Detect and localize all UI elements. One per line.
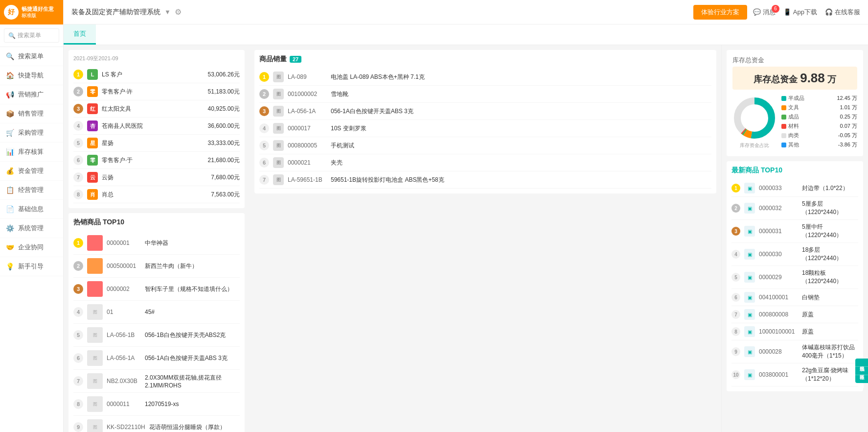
sidebar-item-sales[interactable]: 📦销售管理 — [0, 104, 63, 123]
product-thumbnail: 图 — [87, 373, 103, 389]
sidebar-item-basic[interactable]: 📄基础信息 — [0, 200, 63, 219]
rank-number: 2 — [259, 89, 269, 99]
product-code: 0000011 — [107, 401, 141, 408]
online-service-button[interactable]: 🎧 在线客服 — [825, 8, 860, 17]
finance-icon: 💰 — [6, 167, 14, 175]
new-product-code: 0000029 — [759, 274, 798, 281]
legend-item: 成品 0.25 万 — [781, 113, 857, 120]
dropdown-icon[interactable]: ▼ — [164, 8, 171, 16]
legend-value: 0.25 万 — [840, 113, 857, 120]
new-product-name: 18颗粒板（1220*2440） — [802, 269, 858, 286]
product-rank-list: 1 图 LA-089 电池盖 LA-089 ABS本色+黑种 7.1克 2 图 … — [259, 69, 711, 189]
product-code: KK-SD22110H — [107, 424, 145, 431]
right-panel: 库存总资金 库存总资金 9.88 万 — [721, 45, 868, 432]
system-icon: ⚙️ — [6, 224, 14, 232]
product-code: 0000002 — [107, 286, 141, 292]
new-product-name: 原盖 — [802, 328, 858, 336]
search-menu-button[interactable]: 🔍 搜索菜单 — [4, 28, 59, 43]
headset-icon: 🎧 — [825, 8, 833, 16]
rank-number: 6 — [731, 293, 740, 302]
customer-rank-item: 7 云 云扬 7,680.00元 — [73, 169, 240, 186]
rank-number: 4 — [259, 123, 269, 133]
live-broadcast-button[interactable]: 直播 — [855, 375, 868, 383]
sidebar-item-enterprise[interactable]: 🤝企业协同 — [0, 238, 63, 257]
legend-item: 半成品 12.45 万 — [781, 95, 857, 102]
nav-label: 库存核算 — [18, 147, 44, 156]
sidebar-item-guide[interactable]: 💡新手引导 — [0, 257, 63, 276]
inventory-amount: 库存总资金 9.88 万 — [754, 74, 836, 84]
customer-rank-list: 1 L LS 客户 53,006.26元 2 零 零售客户·许 51,183.0… — [73, 66, 240, 203]
floating-buttons: 客服热线 服务社区 直播 — [855, 359, 868, 383]
product-icon: 图 — [273, 157, 284, 168]
legend-color — [781, 96, 786, 101]
legend-color — [781, 124, 786, 129]
rank-number: 7 — [259, 175, 269, 185]
hot-product-item: 5 图 LA-056-1B 056-1B白色按键开关壳ABS2克 — [73, 324, 240, 347]
rank-number: 5 — [731, 273, 740, 282]
rank-number: 2 — [73, 87, 83, 96]
product-icon: 图 — [273, 174, 284, 185]
sidebar-item-purchase[interactable]: 🛒采购管理 — [0, 123, 63, 143]
settings-icon[interactable]: ⚙ — [175, 7, 182, 17]
new-product-item: 2 ▣ 0000032 5厘多层（1220*2440） — [731, 197, 858, 220]
hot-product-item: 9 图 KK-SD22110H 花语萌恒温分腿睡袋（厚款） — [73, 416, 240, 432]
purchase-icon: 🛒 — [6, 129, 14, 137]
inventory-card: 库存总资金 库存总资金 9.88 万 — [727, 50, 863, 156]
new-product-name: 5厘中纤（1220*2440） — [802, 223, 858, 240]
product-name: 12070519-xs — [145, 401, 240, 408]
inventory-chart-container: 库存资金占比 半成品 12.45 万 文具 1.01 万 成品 0.25 万 材… — [732, 95, 857, 150]
new-products-title: 最新商品 TOP10 — [731, 166, 858, 175]
rank-number: 1 — [73, 70, 83, 79]
customer-rank-item: 8 肖 肖总 7,563.00元 — [73, 186, 240, 203]
customer-avatar: 云 — [87, 172, 98, 183]
logo-text: 畅捷通好生意 标准版 — [22, 6, 54, 18]
operations-icon: 📋 — [6, 186, 14, 194]
message-icon: 💬 — [753, 8, 761, 16]
basic-icon: 📄 — [6, 205, 14, 213]
sidebar-item-search[interactable]: 🔍搜索菜单 — [0, 47, 63, 66]
legend-label: 半成品 — [788, 95, 835, 102]
product-rank-item: 3 图 LA-056-1A 056-1A白色按键开关盖ABS 3克 — [259, 103, 711, 120]
product-icon: 图 — [273, 106, 284, 117]
app-download-button[interactable]: 📱 App下载 — [783, 8, 817, 17]
sidebar-item-marketing[interactable]: 📢营销推广 — [0, 85, 63, 104]
customer-service-button[interactable]: 客服热线 — [855, 359, 868, 367]
sidebar-item-quicknav[interactable]: 🏠快捷导航 — [0, 66, 63, 85]
hot-product-item: 2 000500001 新西兰牛肉（新牛） — [73, 255, 240, 278]
new-product-code: 0000032 — [759, 205, 798, 212]
rank-number: 9 — [731, 347, 740, 356]
customer-avatar: 肖 — [87, 189, 98, 200]
sidebar-item-system[interactable]: ⚙️系统管理 — [0, 219, 63, 238]
sidebar-item-inventory[interactable]: 📊库存核算 — [0, 143, 63, 162]
sidebar-item-operations[interactable]: 📋经营管理 — [0, 181, 63, 200]
product-ranking-title: 商品销量 27 — [259, 55, 711, 64]
product-thumbnail — [87, 281, 103, 297]
guide-icon: 💡 — [6, 263, 14, 270]
tab-home[interactable]: 首页 — [64, 24, 96, 45]
donut-chart — [732, 96, 777, 140]
rank-number: 8 — [731, 327, 740, 336]
new-product-code: 004100001 — [759, 294, 798, 301]
product-icon: 图 — [273, 89, 284, 99]
rank-number: 9 — [73, 422, 83, 432]
product-icon: ▣ — [744, 249, 755, 260]
customer-avatar: L — [87, 69, 98, 80]
product-ranking-card: 商品销量 27 1 图 LA-089 电池盖 LA-089 ABS本色+黑种 7… — [254, 50, 716, 193]
hot-product-item: 3 0000002 智利车子里（规格不知道填什么） — [73, 278, 240, 301]
customer-name: 肖总 — [102, 191, 207, 199]
customer-name: 零售客户·于 — [102, 156, 204, 165]
new-product-item: 4 ▣ 0000030 18多层（1220*2440） — [731, 243, 858, 266]
search-icon: 🔍 — [6, 52, 14, 60]
product-code: LA-056-1A — [107, 355, 141, 361]
message-button[interactable]: 💬 消息 6 — [753, 8, 776, 17]
trial-button[interactable]: 体验行业方案 — [693, 5, 747, 20]
customer-name: 云扬 — [102, 173, 207, 182]
product-name: 45# — [145, 309, 240, 315]
product-name: 056-1B白色按键开关壳ABS2克 — [145, 331, 240, 339]
new-product-name: 18多层（1220*2440） — [802, 246, 858, 263]
service-community-button[interactable]: 服务社区 — [855, 367, 868, 375]
product-rank-item: 5 图 000800005 手机测试 — [259, 137, 711, 154]
sidebar-item-finance[interactable]: 💰资金管理 — [0, 162, 63, 181]
product-icon: ▣ — [744, 346, 755, 357]
customer-name: 零售客户·许 — [102, 88, 204, 96]
